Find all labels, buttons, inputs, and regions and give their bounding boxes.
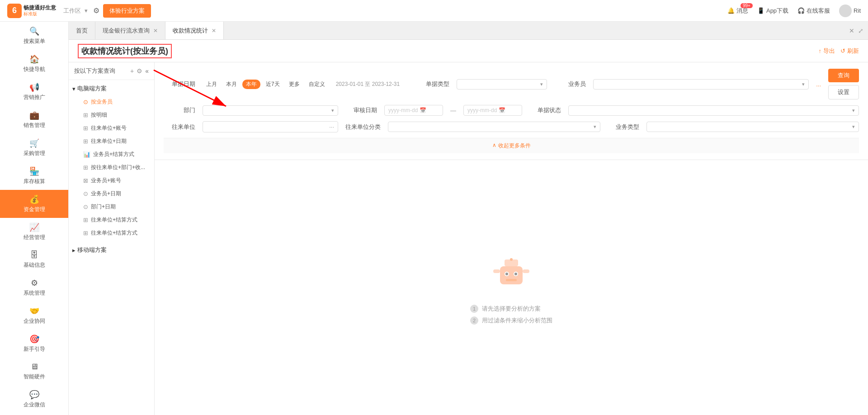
- voucher-type-select[interactable]: ▾: [457, 79, 547, 90]
- tab-bar-actions: ✕ ⤢: [844, 22, 868, 39]
- filter-row-2: 部门 ▾ 审核日期 yyyy-mm-dd 📅 — yyyy-mm-dd 📅: [164, 105, 859, 116]
- date-tab-thisyear[interactable]: 本年: [242, 80, 260, 89]
- refresh-icon: ↺: [840, 47, 845, 54]
- filter-row-3: 往来单位 ··· 往来单位分类 ▾ 业务类型 ▾: [164, 121, 859, 132]
- brand-logo: 6 畅捷通好生意 标准版: [7, 4, 56, 18]
- scheme-item-6[interactable]: ⊠ 业务员+账号: [72, 174, 154, 187]
- salesperson-select[interactable]: ▾: [593, 79, 809, 90]
- tip-num-2: 2: [470, 316, 478, 325]
- operation-icon: 📈: [29, 222, 39, 232]
- basicinfo-icon: 🗄: [30, 250, 38, 260]
- tab-bank-flow[interactable]: 现金银行流水查询 ✕: [95, 22, 165, 39]
- scheme-item-2-label: 往来单位+账号: [91, 124, 127, 132]
- partner-select[interactable]: ···: [203, 121, 338, 132]
- scheme-item-1[interactable]: ⊞ 按明细: [72, 108, 154, 122]
- empty-tip-1: 1 请先选择要分析的方案: [470, 305, 552, 313]
- collapse-panel-btn[interactable]: «: [145, 67, 149, 75]
- sidebar-item-marketing[interactable]: 📢 营销推广: [0, 78, 68, 106]
- app-download-btn[interactable]: 📱 App下载: [757, 7, 788, 15]
- export-button[interactable]: ↑ 导出: [819, 47, 835, 55]
- sidebar-item-operation[interactable]: 📈 经营管理: [0, 218, 68, 246]
- scheme-item-9[interactable]: ⊞ 往来单位+结算方式: [72, 213, 154, 226]
- finance-icon: 💰: [29, 194, 39, 204]
- date-tab-lastmonth[interactable]: 上月: [203, 80, 221, 89]
- filter-settings-button[interactable]: 设置: [828, 85, 859, 99]
- sidebar-item-enterprise[interactable]: 🤝 企业协同: [0, 302, 68, 330]
- scheme-item-2[interactable]: ⊞ 往来单位+账号: [72, 122, 154, 135]
- sidebar-item-label-system: 系统管理: [24, 289, 45, 297]
- refresh-button[interactable]: ↺ 刷新: [840, 47, 859, 55]
- review-date-end[interactable]: yyyy-mm-dd 📅: [463, 105, 522, 116]
- salesperson-chevron: ▾: [802, 81, 805, 87]
- page-header: 收款情况统计(按业务员) ↑ 导出 ↺ 刷新: [69, 40, 868, 62]
- sidebar-item-finance[interactable]: 💰 资金管理: [0, 190, 68, 218]
- sidebar-item-inventory[interactable]: 🏪 库存核算: [0, 162, 68, 190]
- date-tab-more[interactable]: 更多: [285, 80, 303, 89]
- sidebar-item-vip[interactable]: ♕ 畅会员: [0, 413, 68, 415]
- messages-btn[interactable]: 🔔 消息 99+: [727, 7, 748, 15]
- dept-label: 部门: [164, 106, 195, 114]
- scheme-item-7[interactable]: ⊙ 业务员+日期: [72, 187, 154, 200]
- scheme-group-mobile-header[interactable]: ▸ 移动端方案: [69, 243, 154, 257]
- tip-num-1: 1: [470, 305, 478, 313]
- partner-more-btn[interactable]: ···: [329, 123, 334, 130]
- svg-point-2: [510, 258, 513, 261]
- tab-collection-stat[interactable]: 收款情况统计 ✕: [165, 22, 224, 39]
- collapse-more-btn[interactable]: ∧ 收起更多条件: [164, 138, 859, 153]
- online-service-btn[interactable]: 🎧 在线客服: [797, 7, 830, 15]
- scheme-item-5[interactable]: ⊞ 按往来单位+部门+收...: [72, 161, 154, 174]
- sidebar-item-sales[interactable]: 💼 销售管理: [0, 106, 68, 134]
- search-icon: 🔍: [29, 26, 39, 36]
- scheme-settings-btn[interactable]: ⚙: [137, 67, 142, 75]
- voucher-status-select[interactable]: ▾: [568, 105, 859, 116]
- scheme-group-desktop-header[interactable]: ▾ 电脑端方案: [69, 82, 154, 95]
- sidebar-item-label-basicinfo: 基础信息: [24, 261, 45, 269]
- scheme-item-8-icon: ⊙: [83, 203, 88, 210]
- workspace-chevron[interactable]: ▾: [85, 7, 88, 14]
- trial-button[interactable]: 体验行业方案: [103, 4, 151, 18]
- scheme-item-8[interactable]: ⊙ 部门+日期: [72, 200, 154, 213]
- sidebar-item-basicinfo[interactable]: 🗄 基础信息: [0, 246, 68, 274]
- dept-select[interactable]: ▾: [203, 105, 338, 116]
- scheme-group-chevron-right: ▸: [72, 247, 75, 254]
- scheme-group-mobile-label: 移动端方案: [77, 246, 107, 254]
- settings-icon[interactable]: ⚙: [93, 6, 99, 15]
- app-download-label: App下载: [766, 7, 788, 15]
- user-info[interactable]: Rit: [839, 5, 861, 17]
- review-date-start[interactable]: yyyy-mm-dd 📅: [384, 105, 443, 116]
- date-tab-7days[interactable]: 近7天: [262, 80, 283, 89]
- sidebar-item-wechat[interactable]: 💬 企业微信: [0, 385, 68, 413]
- enterprise-icon: 🤝: [29, 306, 39, 316]
- headset-icon: 🎧: [797, 7, 805, 14]
- tab-bank-flow-close[interactable]: ✕: [153, 28, 158, 34]
- voucher-status-chevron: ▾: [852, 108, 855, 113]
- filter-row-1: 单据日期 上月 本月 本年 近7天 更多 自定义 2023-01-01 至 20…: [164, 69, 859, 99]
- sidebar-item-guide[interactable]: 🎯 新手引导: [0, 330, 68, 358]
- left-panel: 按以下方案查询 + ⚙ « ▾ 电脑端方案 ⊙ 按业务员: [69, 62, 155, 415]
- partner-category-select[interactable]: ▾: [388, 122, 600, 132]
- scheme-item-10[interactable]: ⊞ 往来单位+结算方式: [72, 226, 154, 240]
- add-scheme-btn[interactable]: +: [130, 67, 134, 75]
- scheme-item-3[interactable]: ⊞ 往来单位+日期: [72, 135, 154, 148]
- megaphone-icon: 📢: [29, 82, 39, 92]
- page-actions: ↑ 导出 ↺ 刷新: [819, 47, 859, 55]
- collapse-label: 收起更多条件: [498, 142, 531, 150]
- sidebar-item-purchase[interactable]: 🛒 采购管理: [0, 134, 68, 162]
- tab-collection-stat-close[interactable]: ✕: [212, 28, 216, 34]
- sidebar-item-search[interactable]: 🔍 搜索菜单: [0, 22, 68, 50]
- scheme-item-0[interactable]: ⊙ 按业务员: [72, 95, 154, 108]
- salesperson-more-btn[interactable]: ...: [816, 81, 821, 88]
- sidebar-item-system[interactable]: ⚙ 系统管理: [0, 274, 68, 302]
- sidebar-item-hardware[interactable]: 🖥 智能硬件: [0, 358, 68, 385]
- sidebar-item-quicknav[interactable]: 🏠 快捷导航: [0, 50, 68, 78]
- query-button[interactable]: 查询: [828, 69, 859, 82]
- date-tab-custom[interactable]: 自定义: [305, 80, 329, 89]
- biz-type-select[interactable]: ▾: [646, 122, 859, 132]
- scheme-item-4[interactable]: 📊 业务员+结算方式: [72, 148, 154, 161]
- tab-window-close[interactable]: ✕: [849, 27, 854, 34]
- empty-tips: 1 请先选择要分析的方案 2 用过滤条件来缩小分析范围: [470, 305, 552, 325]
- tab-home[interactable]: 首页: [69, 22, 95, 39]
- date-tab-thismonth[interactable]: 本月: [222, 80, 241, 89]
- empty-tip-1-text: 请先选择要分析的方案: [482, 305, 541, 313]
- tab-window-expand[interactable]: ⤢: [858, 27, 863, 34]
